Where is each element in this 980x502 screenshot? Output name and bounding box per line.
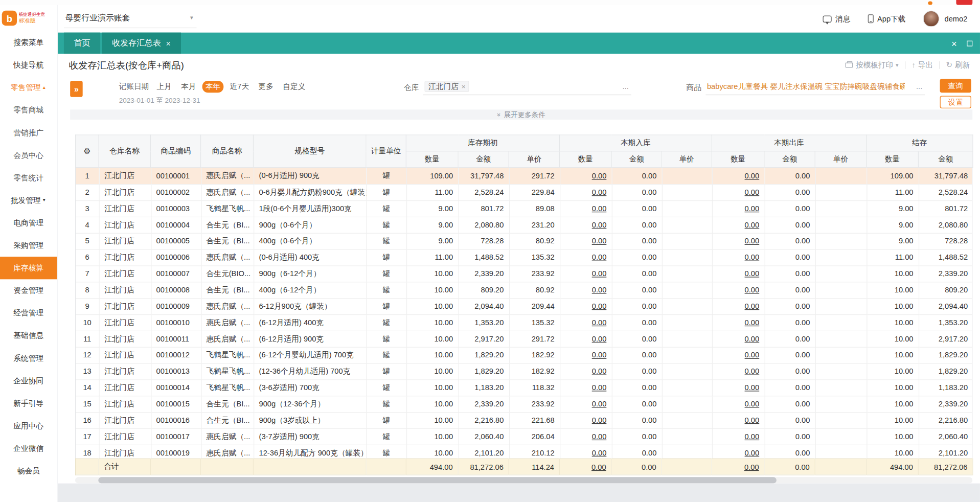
drilldown-link[interactable]: 0.00 xyxy=(592,237,607,245)
sub-header-outbound-qty[interactable]: 数量 xyxy=(712,151,764,168)
drilldown-link[interactable]: 0.00 xyxy=(591,463,606,471)
date-chip[interactable]: 本月 xyxy=(178,81,199,93)
drilldown-link[interactable]: 0.00 xyxy=(745,253,760,262)
col-header-spec[interactable]: 规格型号 xyxy=(253,135,366,168)
sidebar-item-enterprise-wechat[interactable]: 企业微信 xyxy=(0,437,57,460)
quick-filter-button[interactable]: » xyxy=(70,81,82,97)
product-input[interactable]: babycare儿童餐具 婴儿注水保温碗 宝宝防摔碗吸盘碗辅食碗勺套装 雀湖绿 … xyxy=(705,81,925,95)
warehouse-input[interactable]: 江北门店 × ... xyxy=(423,81,631,95)
sub-header-balance-amount[interactable]: 金额 xyxy=(918,151,973,168)
gear-icon[interactable]: ⚙ xyxy=(83,147,90,156)
sidebar-item-system-mgmt[interactable]: 系统管理 xyxy=(0,347,57,370)
table-body-scroll[interactable]: 1江北门店00100001惠氏启赋（...(0-6月适用) 900克罐109.0… xyxy=(75,168,972,458)
drilldown-link[interactable]: 0.00 xyxy=(592,351,607,359)
drilldown-link[interactable]: 0.00 xyxy=(592,220,607,229)
tab-home[interactable]: 首页 xyxy=(64,33,100,54)
messages-button[interactable]: 消息 xyxy=(823,13,850,24)
col-header-product-name[interactable]: 商品名称 xyxy=(201,135,254,168)
close-icon[interactable]: × xyxy=(462,83,466,90)
date-chip[interactable]: 近7天 xyxy=(226,81,252,93)
table-row[interactable]: 18江北门店00100019惠氏启赋（...12-36月幼儿配方 900克（罐装… xyxy=(76,445,972,459)
col-header-unit[interactable]: 计量单位 xyxy=(366,135,406,168)
print-by-template-button[interactable]: 按模板打印 ▾ xyxy=(846,60,899,71)
sub-header-opening-price[interactable]: 单价 xyxy=(509,151,559,168)
drilldown-link[interactable]: 0.00 xyxy=(745,367,760,376)
drilldown-link[interactable]: 0.00 xyxy=(745,204,760,213)
sidebar-item-ecommerce-mgmt[interactable]: 电商管理 xyxy=(0,212,57,234)
table-row[interactable]: 7江北门店00100007合生元(BIO...900g（6-12个月）罐10.0… xyxy=(76,265,972,282)
drilldown-link[interactable]: 0.00 xyxy=(745,383,760,392)
table-row[interactable]: 4江北门店00100004合生元（BI...900g（0-6个月）罐9.002,… xyxy=(76,217,972,233)
drilldown-link[interactable]: 0.00 xyxy=(592,318,607,327)
drilldown-link[interactable]: 0.00 xyxy=(745,399,760,408)
horizontal-scrollbar[interactable] xyxy=(75,477,972,483)
date-chip[interactable]: 本年 xyxy=(202,81,224,93)
sidebar-item-wholesale-mgmt[interactable]: 批发管理▼ xyxy=(0,189,57,212)
table-row[interactable]: 1江北门店00100001惠氏启赋（...(0-6月适用) 900克罐109.0… xyxy=(76,168,972,184)
drilldown-link[interactable]: 0.00 xyxy=(592,188,607,196)
table-row[interactable]: 15江北门店00100015合生元（BI...900g（12-36个月）罐10.… xyxy=(76,396,972,412)
table-row[interactable]: 17江北门店00100017惠氏启赋（...(3-7岁适用) 900克罐10.0… xyxy=(76,428,972,445)
sidebar-item-quick-nav[interactable]: 快捷导航 xyxy=(0,54,57,76)
date-range[interactable]: 2023-01-01 至 2023-12-31 xyxy=(119,96,309,105)
warehouse-more-ellipsis[interactable]: ... xyxy=(619,82,629,90)
drilldown-link[interactable]: 0.00 xyxy=(745,432,760,441)
tab-summary[interactable]: 收发存汇总表× xyxy=(102,33,181,54)
table-row[interactable]: 11江北门店00100011惠氏启赋（...(6-12月适用) 900克罐10.… xyxy=(76,331,972,347)
table-row[interactable]: 5江北门店00100005合生元（BI...400g（0-6个月）罐9.0072… xyxy=(76,233,972,249)
sidebar-item-operation-mgmt[interactable]: 经营管理 xyxy=(0,302,57,324)
app-download-button[interactable]: App下载 xyxy=(868,13,906,24)
drilldown-link[interactable]: 0.00 xyxy=(592,171,607,180)
table-row[interactable]: 14江北门店00100014飞鹤星飞帆...(3-6岁适用) 700克罐10.0… xyxy=(76,379,972,396)
product-more-ellipsis[interactable]: ... xyxy=(913,82,923,90)
table-row[interactable]: 6江北门店00100006惠氏启赋（...(0-6月适用) 400克罐11.00… xyxy=(76,249,972,266)
table-row[interactable]: 8江北门店00100008合生元（BI...400g（6-12个月）罐10.00… xyxy=(76,282,972,298)
scrollbar-thumb[interactable] xyxy=(98,477,777,483)
sub-header-inbound-qty[interactable]: 数量 xyxy=(559,151,611,168)
fullscreen-icon[interactable] xyxy=(967,40,972,46)
sub-header-opening-qty[interactable]: 数量 xyxy=(406,151,458,168)
drilldown-link[interactable]: 0.00 xyxy=(745,286,760,294)
drilldown-link[interactable]: 0.00 xyxy=(592,334,607,343)
close-all-tabs-icon[interactable]: × xyxy=(951,38,957,48)
drilldown-link[interactable]: 0.00 xyxy=(592,253,607,262)
table-row[interactable]: 9江北门店00100009惠氏启赋（...6-12月900克（罐装）罐10.00… xyxy=(76,298,972,314)
sidebar-item-purchase-mgmt[interactable]: 采购管理 xyxy=(0,234,57,257)
drilldown-link[interactable]: 0.00 xyxy=(745,448,760,457)
settings-button[interactable]: 设置 xyxy=(940,96,971,108)
sub-header-balance-qty[interactable]: 数量 xyxy=(867,151,919,168)
sub-header-opening-amount[interactable]: 金额 xyxy=(458,151,509,168)
account-select[interactable]: 母婴行业演示账套 ▼ xyxy=(64,10,197,28)
drilldown-link[interactable]: 0.00 xyxy=(592,302,607,310)
query-button[interactable]: 查询 xyxy=(940,79,971,93)
sub-header-inbound-amount[interactable]: 金额 xyxy=(611,151,662,168)
drilldown-link[interactable]: 0.00 xyxy=(592,432,607,441)
sidebar-item-marketing[interactable]: 营销推广 xyxy=(0,122,57,144)
table-row[interactable]: 2江北门店00100002惠氏启赋（...0-6月婴儿配方奶粉900克（罐装）罐… xyxy=(76,184,972,200)
drilldown-link[interactable]: 0.00 xyxy=(592,399,607,408)
date-chip[interactable]: 更多 xyxy=(255,81,277,93)
sidebar-item-chang-member[interactable]: 畅会员 xyxy=(0,460,57,482)
drilldown-link[interactable]: 0.00 xyxy=(745,302,760,310)
sidebar-item-basic-info[interactable]: 基础信息 xyxy=(0,324,57,347)
table-row[interactable]: 16江北门店00100016合生元（BI...900g（3岁或以上）罐10.00… xyxy=(76,412,972,428)
sidebar-item-retail-mgmt[interactable]: 零售管理▲ xyxy=(0,76,57,99)
drilldown-link[interactable]: 0.00 xyxy=(592,416,607,424)
drilldown-link[interactable]: 0.00 xyxy=(592,383,607,392)
drilldown-link[interactable]: 0.00 xyxy=(592,204,607,213)
table-row[interactable]: 13江北门店00100013飞鹤星飞帆...(12-36个月幼儿适用) 700克… xyxy=(76,363,972,379)
sidebar-item-enterprise-collab[interactable]: 企业协同 xyxy=(0,370,57,392)
sidebar-item-capital-mgmt[interactable]: 资金管理 xyxy=(0,279,57,302)
sub-header-outbound-amount[interactable]: 金额 xyxy=(764,151,815,168)
drilldown-link[interactable]: 0.00 xyxy=(745,171,760,180)
drilldown-link[interactable]: 0.00 xyxy=(745,416,760,424)
sidebar-item-inventory-accounting[interactable]: 库存核算 xyxy=(0,257,57,279)
drilldown-link[interactable]: 0.00 xyxy=(592,448,607,457)
drilldown-link[interactable]: 0.00 xyxy=(592,269,607,278)
sub-header-inbound-price[interactable]: 单价 xyxy=(662,151,712,168)
drilldown-link[interactable]: 0.00 xyxy=(744,463,759,471)
drilldown-link[interactable]: 0.00 xyxy=(745,351,760,359)
sub-header-outbound-price[interactable]: 单价 xyxy=(815,151,866,168)
table-row[interactable]: 3江北门店00100003飞鹤星飞帆...1段(0-6个月婴儿适用)300克罐9… xyxy=(76,200,972,217)
refresh-button[interactable]: ↻ 刷新 xyxy=(946,60,970,71)
